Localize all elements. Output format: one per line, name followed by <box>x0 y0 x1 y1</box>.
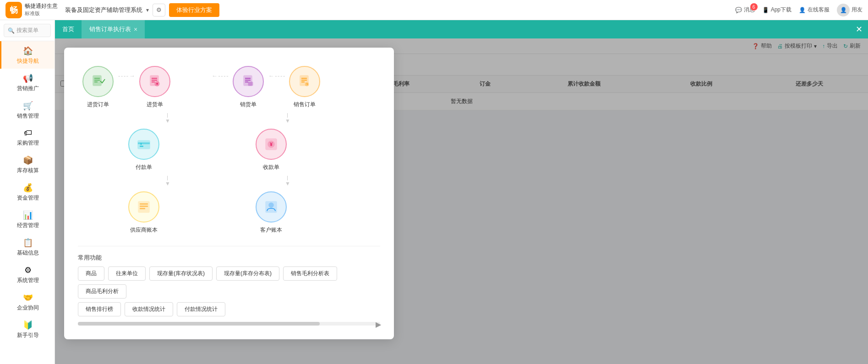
down-arrow-receipt: ▼ <box>267 176 308 187</box>
func-btn-partner[interactable]: 往来单位 <box>108 266 146 281</box>
sidebar-label-quick-nav: 快捷导航 <box>17 57 39 65</box>
func-btn-receipt-stats[interactable]: 收款情况统计 <box>125 302 173 316</box>
system-icon: ⚙ <box>24 265 32 275</box>
tab-bar: 首页 销售订单执行表 × ✕ <box>55 20 868 38</box>
top-right: 💬 消息 6 📱 App下载 👤 在线客服 👤 用友 <box>735 4 863 16</box>
logo-area: 畅 畅捷通好生意 标准版 <box>5 2 58 18</box>
purchase-icon: 🏷 <box>24 128 32 138</box>
payment-icon: ¥ <box>128 129 159 160</box>
sidebar-item-quick-nav[interactable]: 🏠 快捷导航 <box>0 41 55 69</box>
top-left: 畅 畅捷通好生意 标准版 装备及固定资产辅助管理系统 ▾ ⚙ 体验行业方案 <box>5 2 219 18</box>
common-funcs: 常用功能 商品 往来单位 现存量(库存状况表) 现存量(库存分布表) 销售毛利分… <box>78 246 380 316</box>
sidebar-item-finance[interactable]: 💰 资金管理 <box>0 178 55 206</box>
func-btn-stock-dist[interactable]: 现存量(库存分布表) <box>216 266 279 281</box>
sale-bill-label: 销货单 <box>240 101 257 109</box>
settings-btn[interactable]: ⚙ <box>153 4 165 16</box>
brand-name: 畅捷通好生意 <box>25 3 58 10</box>
tab-close-btn[interactable]: × <box>134 26 137 33</box>
row3-spacer <box>164 187 251 239</box>
sidebar-item-system[interactable]: ⚙ 系统管理 <box>0 261 55 288</box>
svg-rect-21 <box>138 141 150 149</box>
message-icon: 💬 <box>735 7 742 13</box>
flow-node-sale-bill[interactable]: 销货单 <box>228 61 268 113</box>
tab-home[interactable]: 首页 <box>55 20 82 38</box>
svg-point-20 <box>305 82 309 86</box>
scroll-right-btn[interactable]: ▶ <box>376 320 381 329</box>
flow-node-purchase-bill[interactable]: 进货单 <box>135 61 175 113</box>
download-icon: 📱 <box>762 7 769 13</box>
svg-text:¥: ¥ <box>270 141 273 147</box>
flow-node-customer[interactable]: 客户账本 <box>251 187 291 239</box>
message-badge: 6 <box>750 3 758 11</box>
finance-icon: 💰 <box>23 183 33 193</box>
svg-rect-22 <box>138 142 150 144</box>
flow-arrows-row: ▼ ▼ <box>78 113 380 124</box>
logo-icon: 畅 <box>5 2 22 18</box>
arrow-1: - - - - → <box>118 61 135 79</box>
down-arrow-purchase: ▼ <box>147 113 188 124</box>
message-btn[interactable]: 💬 消息 6 <box>735 6 755 14</box>
sidebar-label-basic: 基础信息 <box>17 249 39 257</box>
svg-rect-29 <box>140 203 148 205</box>
flow-node-payment[interactable]: ¥ 付款单 <box>124 124 164 176</box>
flow-row2: ¥ 付款单 <box>78 124 380 176</box>
sidebar-label-marketing: 营销推广 <box>17 85 39 92</box>
sidebar-item-basic[interactable]: 📋 基础信息 <box>0 233 55 261</box>
func-btn-stock-status[interactable]: 现存量(库存状况表) <box>149 266 213 281</box>
func-btn-product-profit[interactable]: 商品毛利分析 <box>78 284 126 299</box>
sales-icon: 🛒 <box>23 101 33 111</box>
search-menu-btn[interactable]: 🔍 搜索菜单 <box>4 24 51 37</box>
payment-label: 付款单 <box>136 163 152 171</box>
modal-scrollbar[interactable] <box>78 322 380 326</box>
user-btn[interactable]: 👤 用友 <box>837 4 863 16</box>
modal-box: 进货订单 - - - - → <box>64 48 394 339</box>
service-icon: 👤 <box>799 7 806 13</box>
receipt-icon: ¥ <box>256 129 287 160</box>
func-btn-product[interactable]: 商品 <box>78 266 104 281</box>
quick-nav-icon: 🏠 <box>23 46 33 56</box>
flow-node-purchase-order[interactable]: 进货订单 <box>78 61 118 113</box>
scrollbar-thumb[interactable] <box>78 322 320 326</box>
sidebar-item-collab[interactable]: 🤝 企业协同 <box>0 288 55 315</box>
sidebar-item-purchase[interactable]: 🏷 采购管理 <box>0 124 55 151</box>
supplier-label: 供应商账本 <box>130 226 158 234</box>
purchase-bill-label: 进货单 <box>147 101 163 109</box>
online-service-btn[interactable]: 👤 在线客服 <box>799 6 830 14</box>
arrow-3: ← - - - - <box>268 61 285 79</box>
flow-node-receipt[interactable]: ¥ 收款单 <box>251 124 291 176</box>
down-arrow-payment: ▼ <box>147 176 188 187</box>
receipt-label: 收款单 <box>263 163 279 171</box>
app-download-btn[interactable]: 📱 App下载 <box>762 6 792 14</box>
tab-sales-order[interactable]: 销售订单执行表 × <box>82 20 145 38</box>
sidebar-search: 🔍 搜索菜单 <box>0 20 55 41</box>
flow-top-row: 进货订单 - - - - → <box>78 61 380 113</box>
customer-icon <box>256 191 287 223</box>
flow-arrows-row2: ▼ ▼ <box>78 176 380 187</box>
func-btn-payment-stats[interactable]: 付款情况统计 <box>177 302 225 316</box>
try-btn[interactable]: 体验行业方案 <box>169 3 219 17</box>
close-all-tabs-btn[interactable]: ✕ <box>850 20 868 38</box>
svg-text:¥: ¥ <box>140 142 142 146</box>
flow-node-supplier[interactable]: 供应商账本 <box>124 187 164 239</box>
flow-node-sale-order[interactable]: 销售订单 <box>284 61 325 113</box>
page-content: ❓ 帮助 🖨 按模板打印 ▾ ↑ 导出 ↻ 刷新 <box>55 38 868 364</box>
system-dropdown-btn[interactable]: ▾ <box>146 7 149 13</box>
purchase-bill-icon <box>139 66 170 97</box>
sidebar-item-operation[interactable]: 📊 经营管理 <box>0 206 55 233</box>
svg-rect-0 <box>93 76 101 86</box>
func-btn-sale-profit[interactable]: 销售毛利分析表 <box>283 266 337 281</box>
sale-order-icon <box>289 66 320 97</box>
avatar: 👤 <box>837 4 850 16</box>
purchase-order-label: 进货订单 <box>87 101 109 109</box>
sidebar-item-inventory[interactable]: 📦 库存核算 <box>0 151 55 178</box>
sidebar-item-sales[interactable]: 🛒 销售管理 <box>0 96 55 124</box>
func-btns-row1: 商品 往来单位 现存量(库存状况表) 现存量(库存分布表) 销售毛利分析表 商品… <box>78 266 380 299</box>
sidebar-item-newbie[interactable]: 🔰 新手引导 <box>0 315 55 343</box>
svg-rect-31 <box>140 208 145 209</box>
func-btn-sale-rank[interactable]: 销售排行榜 <box>78 302 121 316</box>
top-bar: 畅 畅捷通好生意 标准版 装备及固定资产辅助管理系统 ▾ ⚙ 体验行业方案 💬 … <box>0 0 868 20</box>
down-arrow-sale: ▼ <box>267 113 308 124</box>
svg-rect-23 <box>140 146 143 147</box>
sidebar-item-marketing[interactable]: 📢 营销推广 <box>0 69 55 96</box>
sidebar-label-purchase: 采购管理 <box>17 139 39 147</box>
